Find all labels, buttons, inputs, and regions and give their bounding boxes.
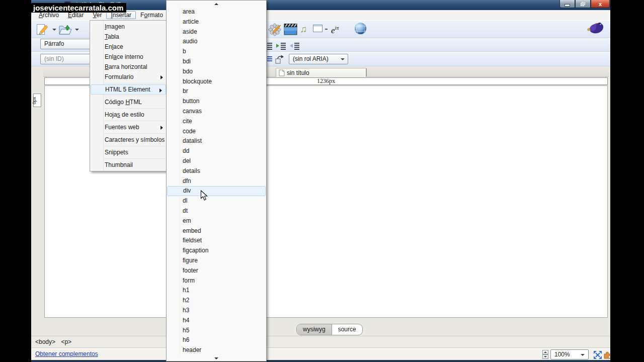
list-style-icon[interactable] <box>267 55 272 62</box>
submenu-item-del[interactable]: del <box>167 156 266 166</box>
ruler-width-label: 1236px <box>317 77 335 84</box>
menu-item-barra-horizontal[interactable]: Barra horizontal <box>90 62 167 72</box>
menu-separator <box>104 158 166 159</box>
menu-item-enlace-interno[interactable]: Enlace interno <box>90 52 167 62</box>
expand-arrows-icon <box>593 350 602 359</box>
mouse-cursor <box>200 190 208 203</box>
submenu-arrow-icon <box>159 88 162 93</box>
outdent-lines-icon <box>294 42 299 51</box>
menu-item-snippets[interactable]: Snippets <box>90 147 167 157</box>
submenu-item-bdi[interactable]: bdi <box>167 57 266 67</box>
submenu-item-bdo[interactable]: bdo <box>167 67 266 77</box>
submenu-item-figcaption[interactable]: figcaption <box>167 246 266 256</box>
submenu-item-code[interactable]: code <box>167 127 266 137</box>
submenu-item-figure[interactable]: figure <box>167 256 266 266</box>
browser-preview-button[interactable] <box>355 23 366 34</box>
submenu-item-dd[interactable]: dd <box>167 146 266 156</box>
insert-math-button[interactable]: eiπ <box>331 22 339 37</box>
indent-arrow-icon <box>276 44 279 48</box>
submenu-scroll-down[interactable] <box>167 355 266 362</box>
menu-item-imagen[interactable]: Imagen <box>90 22 167 32</box>
menu-item-codigo-html[interactable]: Código HTML <box>90 97 167 107</box>
spin-up-icon <box>544 351 547 353</box>
submenu-item-h6[interactable]: h6 <box>167 335 266 345</box>
submenu-item-cite[interactable]: cite <box>167 117 266 127</box>
submenu-item-h2[interactable]: h2 <box>167 296 266 306</box>
insert-panel-button[interactable] <box>313 25 323 32</box>
menu-item-thumbnail[interactable]: Thumbnail <box>90 160 167 170</box>
menu-separator <box>104 96 166 96</box>
new-document-button[interactable] <box>36 23 50 38</box>
minimize-icon <box>565 4 570 7</box>
minimize-button[interactable] <box>559 0 575 8</box>
submenu-item-h4[interactable]: h4 <box>167 316 266 326</box>
zoom-level-select[interactable]: 100% <box>550 349 589 359</box>
submenu-item-br[interactable]: br <box>167 86 266 97</box>
vertical-ruler-tag[interactable]: 0px <box>33 94 41 107</box>
submenu-item-button[interactable]: button <box>167 97 266 107</box>
submenu-item-details[interactable]: details <box>167 166 266 176</box>
submenu-item-blockquote[interactable]: blockquote <box>167 77 266 87</box>
submenu-item-div[interactable]: div <box>167 186 266 196</box>
insert-audio-button[interactable]: ♫ <box>300 23 307 36</box>
open-folder-icon <box>58 23 72 36</box>
bluegriffon-logo <box>582 21 605 39</box>
submenu-item-footer[interactable]: footer <box>167 266 266 276</box>
submenu-item-form[interactable]: form <box>167 276 266 286</box>
panel-dropdown-dash-icon[interactable] <box>325 29 328 30</box>
tab-sin-titulo[interactable]: sin título <box>276 68 366 77</box>
source-toggle[interactable]: source <box>332 324 362 335</box>
open-file-button[interactable] <box>58 23 72 38</box>
maximize-button[interactable] <box>575 0 591 8</box>
menu-item-html5-element[interactable]: HTML 5 Element <box>91 84 166 95</box>
menu-separator <box>104 83 166 83</box>
submenu-scroll-up[interactable] <box>167 1 266 7</box>
submenu-item-h1[interactable]: h1 <box>167 286 266 296</box>
menu-formato[interactable]: Formato <box>136 11 168 19</box>
menu-item-hojas-de-estilo[interactable]: Hojas de estilo <box>90 110 167 120</box>
menu-item-caracteres-simbolos[interactable]: Caracteres y símbolos <box>90 135 167 145</box>
aria-role-select[interactable]: (sin rol ARIA) <box>289 54 348 64</box>
extensions-button[interactable] <box>268 23 282 39</box>
zoom-decrease-button[interactable] <box>542 354 548 359</box>
indent-button[interactable] <box>276 41 287 50</box>
zoom-spinner <box>542 350 548 359</box>
submenu-item-embed[interactable]: embed <box>167 226 266 236</box>
addons-manager-button[interactable] <box>603 351 611 361</box>
submenu-item-b[interactable]: b <box>167 47 266 57</box>
open-file-dropdown[interactable] <box>75 29 79 31</box>
submenu-item-canvas[interactable]: canvas <box>167 107 266 117</box>
path-p-tag[interactable]: <p> <box>61 338 71 345</box>
submenu-item-fieldset[interactable]: fieldset <box>167 236 266 246</box>
view-mode-toggle: wysiwyg source <box>296 324 363 335</box>
flower-feather-icon <box>268 23 282 37</box>
wysiwyg-toggle[interactable]: wysiwyg <box>297 324 332 335</box>
submenu-item-h3[interactable]: h3 <box>167 306 266 316</box>
puzzle-piece-icon <box>603 351 611 359</box>
submenu-item-datalist[interactable]: datalist <box>167 136 266 146</box>
insert-video-button[interactable] <box>284 23 297 38</box>
get-addons-link[interactable]: Obtener complementos <box>35 350 98 357</box>
submenu-item-area[interactable]: area <box>167 7 266 17</box>
submenu-item-dfn[interactable]: dfn <box>167 176 266 187</box>
swap-arrow-icon <box>275 54 286 64</box>
menu-item-tabla[interactable]: Tabla <box>90 32 167 42</box>
submenu-item-dt[interactable]: dt <box>167 206 266 216</box>
submenu-item-header[interactable]: header <box>167 345 266 355</box>
zoom-increase-button[interactable] <box>542 350 548 354</box>
menu-item-formulario[interactable]: Formulario <box>90 72 167 82</box>
justify-icon[interactable] <box>267 42 272 51</box>
submenu-item-h5[interactable]: h5 <box>167 326 266 336</box>
new-document-dropdown[interactable] <box>52 29 56 31</box>
submenu-item-aside[interactable]: aside <box>167 27 266 37</box>
outdent-button[interactable] <box>290 41 301 50</box>
submenu-item-audio[interactable]: audio <box>167 37 266 47</box>
menu-item-fuentes-web[interactable]: Fuentes web <box>90 122 167 132</box>
submenu-item-dl[interactable]: dl <box>167 196 266 206</box>
close-button[interactable]: x <box>591 0 610 8</box>
menu-item-enlace[interactable]: Enlace <box>90 42 167 52</box>
submenu-item-em[interactable]: em <box>167 216 266 226</box>
path-body-tag[interactable]: <body> <box>35 338 55 345</box>
submenu-item-article[interactable]: article <box>167 17 266 27</box>
swap-element-button[interactable] <box>275 54 286 66</box>
